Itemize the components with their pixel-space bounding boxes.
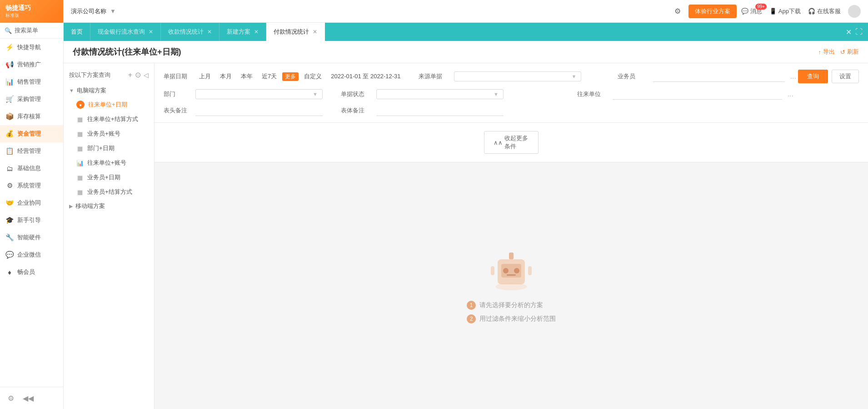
scheme-item-icon-5: 📊 — [76, 159, 84, 167]
tab-receipts-close[interactable]: ✕ — [207, 29, 212, 35]
tabs-bar: 首页 现金银行流水查询 ✕ 收款情况统计 ✕ 新建方案 ✕ 付款情况统计 ✕ ✕… — [64, 23, 868, 41]
source-bill-select[interactable]: ▼ — [454, 71, 581, 81]
query-btn[interactable]: 查询 — [798, 70, 828, 83]
export-btn[interactable]: ↑ 导出 — [818, 48, 835, 56]
svg-rect-8 — [528, 266, 532, 275]
tabs-actions: ✕ ⛶ — [840, 23, 868, 41]
scheme-item-staff-account[interactable]: ▦ 业务员+账号 — [64, 126, 154, 141]
collapse-more-container: ∧∧ 收起更多条件 — [155, 123, 868, 162]
scheme-item-staff-settle[interactable]: ▦ 业务员+结算方式 — [64, 185, 154, 199]
filter-row-2: 部门 ▼ 单据状态 ▼ 往来单 — [164, 89, 859, 100]
tab-new-scheme[interactable]: 新建方案 ✕ — [219, 23, 266, 41]
partner-label: 往来单位 — [577, 90, 609, 98]
filter-settings-btn[interactable]: 设置 — [832, 70, 859, 83]
app-download-btn[interactable]: 📱 App下载 — [769, 7, 801, 15]
sidebar-item-vip[interactable]: ♦ 畅会员 — [0, 263, 63, 281]
more-btn[interactable]: 更多 — [282, 72, 299, 81]
tabs-close-all-btn[interactable]: ✕ — [846, 28, 852, 36]
vip-icon: ♦ — [5, 268, 14, 276]
scheme-item-staff-date[interactable]: ▦ 业务员+日期 — [64, 170, 154, 185]
this-year-btn[interactable]: 本年 — [237, 71, 256, 81]
tab-payment-stat[interactable]: 付款情况统计 ✕ — [266, 23, 325, 41]
table-body-note-input[interactable] — [376, 105, 504, 116]
scheme-item-icon-7: ▦ — [76, 188, 84, 196]
scheme-item-partner-settle-label: 往来单位+结算方式 — [87, 115, 138, 123]
scheme-group-mobile-arrow-icon: ▶ — [69, 203, 73, 209]
collapse-more-btn[interactable]: ∧∧ 收起更多条件 — [484, 131, 539, 154]
bill-status-select[interactable]: ▼ — [376, 89, 504, 99]
scheme-add-btn[interactable]: + — [128, 71, 132, 79]
salesperson-dots-btn[interactable]: ... — [788, 72, 798, 81]
user-avatar[interactable] — [848, 5, 861, 18]
sidebar-item-basic-info[interactable]: 🗂 基础信息 — [0, 160, 63, 177]
topbar: 演示公司名称 ▼ ⚙ 体验行业方案 💬 消息 99+ 📱 App下载 🎧 在线客… — [64, 0, 868, 23]
scheme-item-partner-account[interactable]: 📊 往来单位+账号 — [64, 156, 154, 170]
last7-btn[interactable]: 近7天 — [258, 71, 280, 81]
sidebar-item-enterprise[interactable]: 🤝 企业协同 — [0, 194, 63, 212]
scheme-item-partner-date[interactable]: ● 往来单位+日期 — [64, 97, 154, 112]
content-area: 付款情况统计(往来单位+日期) ↑ 导出 ↺ 刷新 按以下方案查询 + — [64, 41, 868, 409]
sidebar-item-quick-nav[interactable]: ⚡ 快捷导航 — [0, 39, 63, 56]
enterprise-icon: 🤝 — [5, 199, 14, 207]
export-label: 导出 — [823, 48, 835, 56]
salesperson-input[interactable] — [653, 71, 785, 82]
online-support-btn[interactable]: 🎧 在线客服 — [808, 7, 841, 15]
scheme-group-desktop-header[interactable]: ▼ 电脑端方案 — [64, 84, 154, 97]
date-range-text: 2022-01-01 至 2022-12-31 — [331, 72, 400, 81]
refresh-btn[interactable]: ↺ 刷新 — [840, 48, 859, 56]
partner-input[interactable] — [613, 89, 782, 100]
sidebar-item-smart-hw[interactable]: 🔧 智能硬件 — [0, 229, 63, 246]
sidebar-item-purchase[interactable]: 🛒 采购管理 — [0, 91, 63, 108]
dept-select[interactable]: ▼ — [195, 89, 323, 99]
sidebar-search-item[interactable]: 🔍 搜索菜单 — [0, 23, 63, 39]
dept-label: 部门 — [164, 90, 195, 98]
empty-tip-1-text: 请先选择要分析的方案 — [479, 301, 543, 309]
table-header-note-input[interactable] — [195, 105, 323, 116]
tab-receipts-stat[interactable]: 收款情况统计 ✕ — [161, 23, 219, 41]
custom-btn[interactable]: 自定义 — [300, 71, 325, 81]
date-options: 上月 本月 本年 近7天 更多 自定义 2022-01-01 至 2022-12… — [195, 71, 400, 81]
last-month-btn[interactable]: 上月 — [195, 71, 215, 81]
salesperson-label: 业务员 — [618, 72, 649, 81]
scheme-collapse-btn[interactable]: ◁ — [144, 71, 149, 79]
tab-receipts-label: 收款情况统计 — [168, 28, 204, 36]
scheme-group-mobile-header[interactable]: ▶ 移动端方案 — [64, 199, 154, 213]
this-month-btn[interactable]: 本月 — [216, 71, 235, 81]
scheme-settings-btn[interactable]: ⊙ — [135, 71, 141, 79]
app-download-label: App下载 — [778, 7, 801, 15]
bill-date-label: 单据日期 — [164, 72, 195, 81]
sidebar-item-system[interactable]: ⚙ 系统管理 — [0, 177, 63, 194]
partner-dots-btn[interactable]: ... — [786, 90, 795, 98]
sidebar-footer-settings[interactable]: ⚙ — [5, 392, 17, 404]
notifications-btn[interactable]: 💬 消息 99+ — [741, 7, 762, 15]
scheme-item-dept-date[interactable]: ▦ 部门+日期 — [64, 141, 154, 156]
sidebar-item-sales[interactable]: 📊 销售管理 — [0, 73, 63, 91]
company-arrow-icon: ▼ — [110, 8, 116, 15]
tab-new-scheme-close[interactable]: ✕ — [254, 29, 259, 35]
inventory-icon: 📦 — [5, 112, 14, 121]
sidebar-footer-collapse[interactable]: ◀◀ — [22, 392, 35, 404]
empty-tips: 1 请先选择要分析的方案 2 用过滤条件来缩小分析范围 — [467, 301, 556, 323]
topbar-settings-btn[interactable]: ⚙ — [671, 5, 684, 18]
sidebar-item-wechat[interactable]: 💬 企业微信 — [0, 246, 63, 263]
tab-payment-stat-label: 付款情况统计 — [274, 28, 309, 36]
sidebar-subtitle: 标准版 — [5, 12, 31, 19]
scheme-item-staff-date-label: 业务员+日期 — [87, 173, 120, 182]
newbie-icon: 🎓 — [5, 216, 14, 224]
sidebar-item-marketing[interactable]: 📢 营销推广 — [0, 56, 63, 73]
tab-payment-stat-close[interactable]: ✕ — [313, 29, 317, 35]
tabs-expand-btn[interactable]: ⛶ — [855, 28, 863, 36]
tab-home[interactable]: 首页 — [64, 23, 90, 41]
sidebar-item-inventory[interactable]: 📦 库存核算 — [0, 108, 63, 125]
sidebar-item-operation[interactable]: 📋 经营管理 — [0, 142, 63, 160]
refresh-icon: ↺ — [840, 49, 845, 56]
tab-bank-flow-close[interactable]: ✕ — [149, 29, 153, 35]
sidebar-item-newbie[interactable]: 🎓 新手引导 — [0, 212, 63, 229]
tab-bank-flow[interactable]: 现金银行流水查询 ✕ — [90, 23, 161, 41]
basic-info-icon: 🗂 — [5, 164, 14, 172]
sidebar-item-capital[interactable]: 💰 资金管理 — [0, 125, 63, 142]
source-bill-arrow-icon: ▼ — [572, 74, 577, 79]
scheme-item-partner-settle[interactable]: ▦ 往来单位+结算方式 — [64, 112, 154, 126]
trial-btn[interactable]: 体验行业方案 — [688, 5, 737, 18]
scheme-item-icon-4: ▦ — [76, 145, 84, 152]
